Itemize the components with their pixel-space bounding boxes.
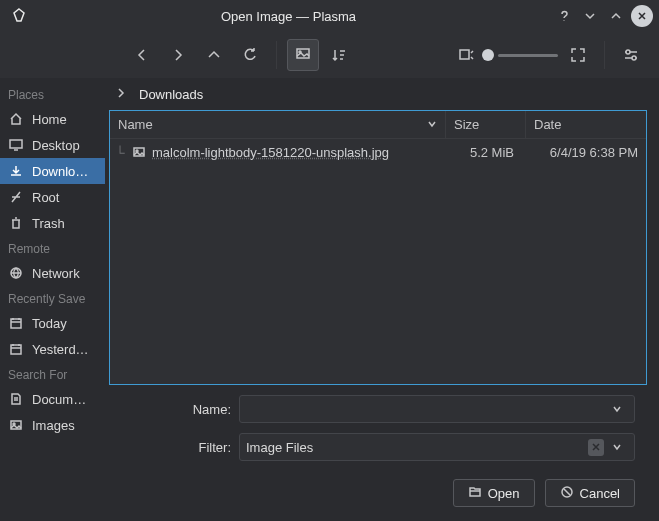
file-name: malcolm-lightbody-1581220-unsplash.jpg — [148, 145, 446, 160]
filter-value: Image Files — [246, 440, 588, 455]
chevron-right-icon — [115, 87, 127, 102]
chevron-down-icon[interactable] — [606, 404, 628, 414]
zoom-fit-button[interactable] — [562, 39, 594, 71]
minimize-button[interactable] — [579, 5, 601, 27]
window-title: Open Image — Plasma — [28, 9, 549, 24]
sidebar-item-label: Home — [32, 112, 67, 127]
form: Name: Filter: Image Files — [109, 385, 647, 471]
sidebar-section-places: Places — [0, 82, 105, 106]
zoom-slider-knob[interactable] — [482, 49, 494, 61]
sidebar-item-trash[interactable]: Trash — [0, 210, 105, 236]
sidebar-section-recent: Recently Save — [0, 286, 105, 310]
sidebar-item-label: Docum… — [32, 392, 86, 407]
file-date: 6/4/19 6:38 PM — [526, 145, 646, 160]
sidebar-item-label: Images — [32, 418, 75, 433]
sidebar-item-label: Yesterd… — [32, 342, 89, 357]
image-icon — [8, 417, 24, 433]
sidebar-item-desktop[interactable]: Desktop — [0, 132, 105, 158]
titlebar: Open Image — Plasma — [0, 0, 659, 32]
places-sidebar: Places Home Desktop Downlo… Root Trash R… — [0, 78, 105, 521]
icon-view-button[interactable] — [287, 39, 319, 71]
cancel-button[interactable]: Cancel — [545, 479, 635, 507]
close-button[interactable] — [631, 5, 653, 27]
sidebar-item-label: Root — [32, 190, 59, 205]
file-size: 5.2 MiB — [446, 145, 526, 160]
svg-rect-8 — [11, 345, 21, 354]
network-icon — [8, 265, 24, 281]
back-button[interactable] — [126, 39, 158, 71]
document-open-icon — [468, 485, 482, 502]
breadcrumb[interactable]: Downloads — [109, 78, 647, 110]
sidebar-item-root[interactable]: Root — [0, 184, 105, 210]
name-label: Name: — [121, 402, 231, 417]
filter-input[interactable]: Image Files — [239, 433, 635, 461]
up-button[interactable] — [198, 39, 230, 71]
file-list[interactable]: Name Size Date └ malcolm-lightbody-15812… — [109, 110, 647, 385]
forward-button[interactable] — [162, 39, 194, 71]
settings-button[interactable] — [615, 39, 647, 71]
name-input[interactable] — [239, 395, 635, 423]
sidebar-item-label: Trash — [32, 216, 65, 231]
svg-rect-7 — [11, 319, 21, 328]
cancel-icon — [560, 485, 574, 502]
svg-point-4 — [632, 56, 636, 60]
open-button[interactable]: Open — [453, 479, 535, 507]
file-open-dialog: Open Image — Plasma Places Home Desktop … — [0, 0, 659, 521]
svg-point-3 — [626, 50, 630, 54]
sidebar-item-network[interactable]: Network — [0, 260, 105, 286]
sidebar-item-label: Desktop — [32, 138, 80, 153]
sidebar-section-search: Search For — [0, 362, 105, 386]
file-list-header: Name Size Date — [110, 111, 646, 139]
sidebar-item-images[interactable]: Images — [0, 412, 105, 438]
tree-branch-icon: └ — [110, 145, 130, 160]
column-date[interactable]: Date — [526, 111, 646, 138]
sidebar-item-label: Today — [32, 316, 67, 331]
zoom-slider[interactable] — [498, 54, 558, 57]
table-row[interactable]: └ malcolm-lightbody-1581220-unsplash.jpg… — [110, 139, 646, 165]
help-button[interactable] — [553, 5, 575, 27]
sidebar-item-label: Downlo… — [32, 164, 88, 179]
sidebar-section-remote: Remote — [0, 236, 105, 260]
downloads-icon — [8, 163, 24, 179]
column-name[interactable]: Name — [110, 111, 446, 138]
app-icon — [10, 7, 28, 25]
preview-toggle[interactable] — [450, 39, 482, 71]
toolbar — [0, 32, 659, 78]
sidebar-item-documents[interactable]: Docum… — [0, 386, 105, 412]
reload-button[interactable] — [234, 39, 266, 71]
desktop-icon — [8, 137, 24, 153]
chevron-down-icon — [427, 117, 437, 132]
maximize-button[interactable] — [605, 5, 627, 27]
calendar-icon — [8, 315, 24, 331]
svg-rect-5 — [10, 140, 22, 148]
main-panel: Downloads Name Size Date └ malcolm-light… — [105, 78, 659, 521]
home-icon — [8, 111, 24, 127]
trash-icon — [8, 215, 24, 231]
chevron-down-icon[interactable] — [606, 442, 628, 452]
filter-label: Filter: — [121, 440, 231, 455]
dialog-footer: Open Cancel — [109, 471, 647, 521]
document-icon — [8, 391, 24, 407]
sidebar-item-downloads[interactable]: Downlo… — [0, 158, 105, 184]
column-size[interactable]: Size — [446, 111, 526, 138]
svg-rect-2 — [460, 50, 469, 59]
sidebar-item-yesterday[interactable]: Yesterd… — [0, 336, 105, 362]
sidebar-item-label: Network — [32, 266, 80, 281]
sidebar-item-today[interactable]: Today — [0, 310, 105, 336]
clear-filter-icon[interactable] — [588, 439, 604, 456]
breadcrumb-current[interactable]: Downloads — [139, 87, 203, 102]
sort-button[interactable] — [323, 39, 355, 71]
root-icon — [8, 189, 24, 205]
calendar-icon — [8, 341, 24, 357]
image-file-icon — [130, 145, 148, 159]
sidebar-item-home[interactable]: Home — [0, 106, 105, 132]
